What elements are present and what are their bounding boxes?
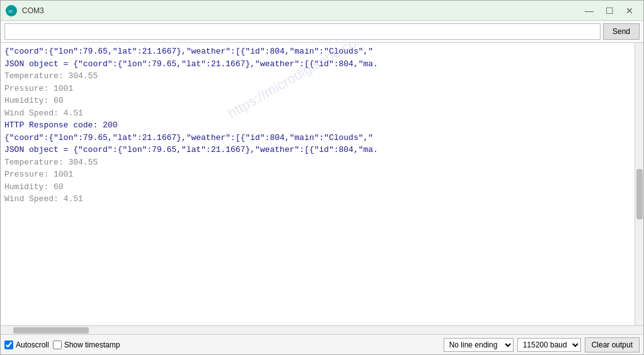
app-icon: ∞ — [6, 5, 17, 16]
horizontal-scrollbar[interactable] — [1, 325, 643, 334]
window-title: COM3 — [22, 6, 580, 15]
serial-line: Wind Speed: 4.51 — [4, 107, 631, 120]
maximize-button[interactable]: ☐ — [601, 4, 618, 18]
autoscroll-text: Autoscroll — [16, 340, 49, 349]
autoscroll-label[interactable]: Autoscroll — [4, 340, 49, 349]
close-button[interactable]: ✕ — [621, 4, 638, 18]
serial-line: Pressure: 1001 — [4, 83, 631, 95]
serial-line: JSON object = {"coord":{"lon":79.65,"lat… — [4, 58, 631, 71]
window-controls: — ☐ ✕ — [580, 4, 638, 18]
titlebar: ∞ COM3 — ☐ ✕ — [1, 1, 643, 21]
send-bar: Send — [1, 21, 643, 43]
svg-text:∞: ∞ — [8, 8, 13, 15]
autoscroll-checkbox[interactable] — [4, 340, 13, 349]
line-ending-select[interactable]: No line ending Newline Carriage return B… — [444, 338, 514, 352]
hscroll-thumb[interactable] — [13, 327, 89, 334]
minimize-button[interactable]: — — [580, 4, 598, 18]
serial-output-wrapper: https://microdigisone.com - 19:16 {"coor… — [1, 43, 643, 325]
arduino-serial-monitor: ∞ COM3 — ☐ ✕ Send https://microdigisone.… — [0, 0, 644, 355]
serial-line: {"coord":{"lon":79.65,"lat":21.1667},"we… — [4, 45, 631, 58]
serial-line: JSON object = {"coord":{"lon":79.65,"lat… — [4, 144, 631, 156]
baud-rate-select[interactable]: 300 baud 9600 baud 19200 baud 57600 baud… — [517, 338, 581, 352]
vertical-scrollbar[interactable] — [635, 43, 643, 325]
serial-line: Pressure: 1001 — [4, 168, 631, 181]
serial-output[interactable]: https://microdigisone.com - 19:16 {"coor… — [1, 43, 635, 325]
serial-line: Humidity: 60 — [4, 95, 631, 107]
serial-line: Wind Speed: 4.51 — [4, 193, 631, 206]
serial-line: {"coord":{"lon":79.65,"lat":21.1667},"we… — [4, 132, 631, 144]
serial-line: Temperature: 304.55 — [4, 70, 631, 83]
serial-line: Temperature: 304.55 — [4, 156, 631, 169]
message-input[interactable] — [4, 23, 601, 40]
clear-output-button[interactable]: Clear output — [585, 337, 640, 352]
serial-line: HTTP Response code: 200 — [4, 119, 631, 132]
timestamp-label[interactable]: Show timestamp — [53, 340, 120, 349]
serial-line: Humidity: 60 — [4, 181, 631, 194]
statusbar: Autoscroll Show timestamp No line ending… — [1, 334, 643, 354]
send-button[interactable]: Send — [603, 23, 640, 40]
timestamp-text: Show timestamp — [64, 340, 120, 349]
timestamp-checkbox[interactable] — [53, 340, 62, 349]
vscroll-thumb[interactable] — [636, 169, 643, 219]
